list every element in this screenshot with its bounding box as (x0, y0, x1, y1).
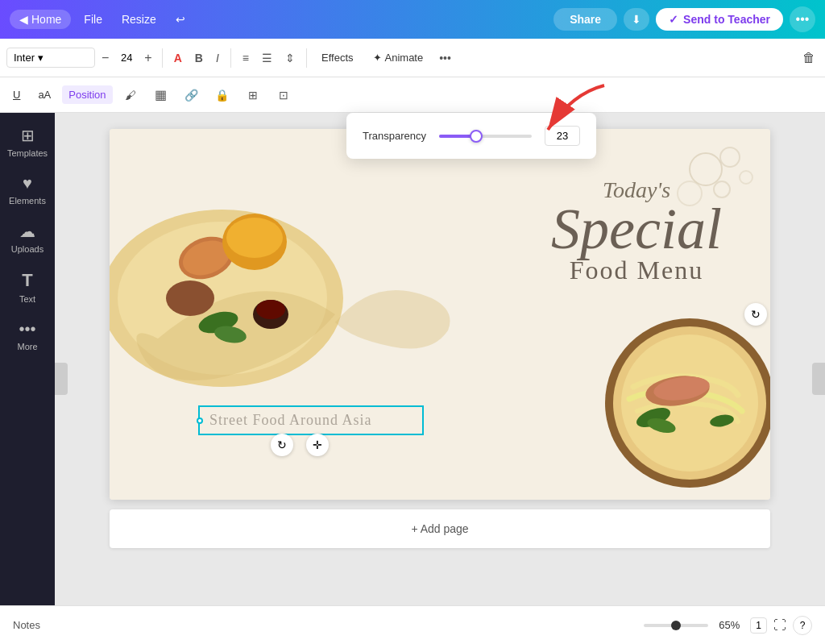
lock-button[interactable]: 🔒 (209, 82, 235, 108)
help-button[interactable]: ? (793, 616, 812, 635)
font-color-button[interactable]: A (169, 48, 187, 68)
text-icon: T (22, 270, 32, 291)
svg-point-2 (720, 147, 740, 167)
toolbar-right: 🗑 (799, 48, 819, 69)
sidebar-item-more[interactable]: ••• More (3, 314, 52, 358)
position-button[interactable]: Position (62, 85, 112, 104)
more-icon: ••• (19, 320, 35, 339)
effects-button[interactable]: Effects (313, 48, 362, 67)
transparency-slider[interactable] (439, 135, 532, 138)
scroll-left-handle[interactable] (55, 363, 68, 395)
text-move-button[interactable]: ✛ (306, 434, 329, 456)
sidebar-item-label-elements: Elements (9, 196, 46, 206)
delete-button[interactable]: 🗑 (799, 48, 819, 69)
font-size-value: 24 (115, 52, 138, 64)
add-page-bar[interactable]: + Add page (110, 509, 770, 548)
text-box-resize-handle[interactable] (197, 418, 203, 424)
transparency-label: Transparency (363, 130, 426, 142)
fullscreen-button[interactable]: ⛶ (773, 618, 786, 633)
canvas-wrapper: Today's Special Food Menu (110, 129, 770, 628)
effects-label: Effects (321, 52, 354, 64)
font-size-increase-button[interactable]: + (141, 49, 155, 67)
font-case-button[interactable]: aA (31, 85, 57, 104)
slider-thumb[interactable] (470, 130, 483, 143)
list-button[interactable]: ☰ (257, 48, 277, 68)
font-family-selector[interactable]: Inter ▾ (6, 48, 95, 68)
page-number-button[interactable]: 1 (750, 617, 767, 634)
sidebar-item-uploads[interactable]: ☁ Uploads (3, 215, 52, 260)
food-right-image (601, 298, 770, 492)
sidebar-item-text[interactable]: T Text (3, 264, 52, 310)
svg-point-14 (256, 300, 285, 319)
left-sidebar: ⊞ Templates ♥ Elements ☁ Uploads T Text … (0, 113, 55, 644)
canvas-rotate-handle[interactable]: ↻ (744, 303, 767, 326)
menu-title-area: Today's Special Food Menu (551, 177, 722, 285)
back-home-button[interactable]: ◀ Home (10, 10, 71, 29)
paint-icon-button[interactable]: 🖌 (118, 82, 143, 108)
canvas-area: Today's Special Food Menu (55, 113, 825, 644)
top-navbar: ◀ Home File Resize ↩ Share ⬇ ✓ Send to T… (0, 0, 825, 39)
uploads-icon: ☁ (19, 222, 35, 241)
svg-point-5 (740, 171, 752, 184)
text-align-button[interactable]: ≡ (238, 48, 254, 68)
undo-button[interactable]: ↩ (169, 10, 192, 29)
checker-icon: ▦ (155, 87, 167, 102)
text-box-controls: ↻ ✛ (271, 434, 329, 456)
zoom-track[interactable] (644, 624, 708, 627)
scroll-right-handle[interactable] (812, 363, 825, 395)
animate-button[interactable]: ✦ Animate (365, 48, 432, 67)
main-layout: ⊞ Templates ♥ Elements ☁ Uploads T Text … (0, 113, 825, 644)
add-frame-button[interactable]: ⊡ (271, 82, 296, 108)
back-arrow-icon: ◀ (19, 13, 28, 26)
zoom-percentage: 65% (715, 619, 744, 631)
sub-toolbar: U aA Position 🖌 ▦ 🔗 🔒 ⊞ ⊡ Transparency (0, 77, 825, 113)
send-to-teacher-button[interactable]: ✓ Send to Teacher (656, 8, 783, 31)
svg-point-12 (166, 280, 214, 316)
templates-icon: ⊞ (21, 126, 35, 145)
add-frame-icon: ⊡ (279, 89, 288, 102)
sidebar-item-elements[interactable]: ♥ Elements (3, 168, 52, 212)
font-size-decrease-button[interactable]: − (98, 49, 112, 67)
underline-button[interactable]: U (6, 85, 27, 104)
copy-frame-icon: ⊞ (248, 89, 258, 102)
checkmark-icon: ✓ (669, 13, 678, 26)
bold-button[interactable]: B (190, 48, 208, 68)
download-button[interactable]: ⬇ (624, 8, 649, 31)
canvas-card[interactable]: Today's Special Food Menu (110, 129, 770, 500)
lock-icon: 🔒 (215, 89, 229, 102)
more-options-button[interactable]: ••• (790, 6, 815, 32)
link-button[interactable]: 🔗 (179, 82, 205, 108)
download-icon: ⬇ (632, 13, 641, 26)
share-button[interactable]: Share (553, 8, 617, 31)
link-icon: 🔗 (184, 89, 198, 102)
bottom-bar: Notes 65% 1 ⛶ ? (0, 605, 825, 644)
text-box-selected[interactable]: Street Food Around Asia (198, 405, 424, 435)
toolbar-divider-1 (162, 48, 163, 68)
file-menu-button[interactable]: File (77, 10, 109, 29)
format-toolbar: Inter ▾ − 24 + A B I ≡ ☰ ⇕ Effects ✦ Ani… (0, 39, 825, 77)
checker-icon-button[interactable]: ▦ (148, 82, 174, 108)
italic-button[interactable]: I (211, 48, 224, 68)
menu-special-text: Special (551, 203, 722, 256)
zoom-thumb[interactable] (671, 621, 681, 630)
zoom-slider-area: 65% 1 ⛶ ? (644, 616, 812, 635)
toolbar-more-button[interactable]: ••• (434, 48, 456, 68)
sidebar-item-label-templates: Templates (7, 148, 48, 158)
notes-label: Notes (13, 619, 40, 631)
sidebar-item-label-uploads: Uploads (11, 244, 44, 254)
text-rotate-button[interactable]: ↻ (271, 434, 293, 456)
transparency-value-input[interactable] (545, 126, 580, 146)
dropdown-chevron-icon: ▾ (38, 52, 44, 64)
font-size-control: − 24 + (98, 49, 155, 67)
wand-icon: ✦ (373, 52, 382, 64)
resize-button[interactable]: Resize (115, 10, 163, 29)
elements-icon: ♥ (23, 174, 32, 193)
menu-food-menu-text: Food Menu (551, 256, 722, 285)
sidebar-item-label-text: Text (19, 294, 35, 304)
sidebar-item-templates[interactable]: ⊞ Templates (3, 119, 52, 164)
transparency-popup: Transparency (346, 113, 596, 159)
toolbar-divider-2 (230, 48, 231, 68)
copy-frame-button[interactable]: ⊞ (240, 82, 266, 108)
swirl-decoration (327, 258, 472, 358)
line-spacing-button[interactable]: ⇕ (280, 48, 300, 68)
